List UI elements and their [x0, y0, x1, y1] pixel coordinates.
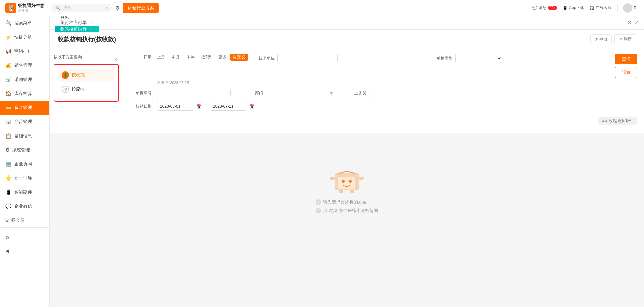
sidebar-item-smart-hw[interactable]: 📱 智能硬件 [0, 185, 49, 199]
sidebar-icon-search-menu: 🔍 [5, 20, 12, 26]
close-window-icon[interactable]: ✕ [627, 19, 632, 26]
dept-input[interactable] [266, 89, 326, 97]
tab-label-prepay: 预付冲应付单 [60, 20, 87, 26]
tab-home[interactable]: 首页 [55, 16, 99, 20]
filter-row-1: 日期 上月 本月 本年 近7天 更多 自定义 往来单位 [130, 54, 637, 78]
user-name: Rit [634, 6, 639, 10]
sidebar-item-purchase[interactable]: 🛒 采购管理 [0, 72, 49, 87]
dept-dots[interactable]: ▾ [329, 90, 334, 96]
industry-button[interactable]: 体验行业方案 [123, 3, 159, 13]
message-action[interactable]: 💬 消息 99+ [532, 5, 557, 11]
tip-num-2: 2 [316, 208, 321, 213]
sidebar-item-basic-info[interactable]: 📋 基础信息 [0, 129, 49, 143]
sidebar-item-quick-nav[interactable]: ⚡ 快捷导航 [0, 30, 49, 44]
sidebar-item-marketing[interactable]: 📢 营销推广 [0, 44, 49, 58]
dept-label: 部门 [241, 90, 263, 96]
collapse-more-area: ∧∧ 收起更多条件 [130, 115, 637, 129]
filter-row-2: 单据编号 部门 ▾ 业务员 ··· [130, 89, 637, 97]
empty-area: 1 请先选择要分析的方案 2 用[过滤]条件来缩小分析范围 [50, 133, 644, 241]
filter-by-receivable[interactable]: ⏱ 按应收 [58, 83, 114, 96]
counterparty-input[interactable] [277, 54, 338, 62]
sidebar-collapse[interactable]: ◀ [0, 244, 49, 257]
message-label: 消息 [539, 5, 547, 11]
sidebar-icon-cooperation: 🏢 [5, 161, 12, 167]
filter-by-receipt[interactable]: 💲 按收款 [58, 69, 114, 82]
top-bar-left: 🐰 畅捷通好生意 标准版 🔍 搜索 ▾ ⚙ 体验行业方案 [5, 3, 159, 13]
expand-window-icon[interactable]: ⤢ [634, 19, 639, 26]
online-service-action[interactable]: 🎧 在线客服 [589, 5, 612, 11]
search-placeholder: 搜索 [63, 5, 71, 11]
calendar-end-icon[interactable]: 📅 [249, 104, 255, 109]
tab-label-home: 首页 [60, 16, 69, 20]
filter-sidebar: 按以下方案查询 » 💲 按收款 ⏱ 按应收 [50, 49, 123, 133]
empty-tip-2: 2 用[过滤]条件来缩小分析范围 [316, 208, 378, 214]
date-tab-custom[interactable]: 自定义 [230, 54, 248, 61]
date-tab-more[interactable]: 更多 [216, 54, 229, 61]
sidebar-label-guide: 新手引导 [14, 175, 32, 181]
sidebar-label-purchase: 采购管理 [14, 76, 32, 83]
settings-button[interactable]: 设置 [615, 67, 637, 78]
sidebar-icon-smart-hw: 📱 [5, 189, 12, 195]
tab-collection[interactable]: 收款核销执行✕ [55, 26, 99, 32]
staff-label: 业务员 [345, 90, 366, 96]
sidebar-settings[interactable]: ⚙ [0, 231, 49, 244]
filter-by-receivable-label: 按应收 [72, 86, 85, 92]
sidebar-label-member: 畅会员 [11, 217, 24, 223]
export-button[interactable]: ↗ 导出 [590, 34, 612, 44]
tab-close-collection[interactable]: ✕ [89, 26, 93, 32]
sidebar-icon-basic-info: 📋 [5, 133, 12, 139]
voucher-type-select[interactable] [455, 54, 502, 63]
app-icon: 📱 [562, 6, 568, 10]
query-button[interactable]: 查询 [615, 54, 637, 64]
svg-rect-1 [338, 177, 355, 189]
search-bar[interactable]: 🔍 搜索 ▾ [51, 4, 112, 12]
date-label: 日期 [130, 54, 152, 60]
refresh-button[interactable]: ↻ 刷新 [614, 34, 636, 44]
collapse-more-btn[interactable]: ∧∧ 收起更多条件 [598, 117, 637, 125]
sidebar-label-enterprise-wx: 企业微信 [14, 203, 32, 209]
date-tab-7days[interactable]: 近7天 [199, 54, 214, 61]
page-content: 收款核销执行(按收款) ↗ 导出 ↻ 刷新 按以下方 [50, 30, 644, 307]
sidebar-item-guide[interactable]: 🌟 新手引导 [0, 171, 49, 185]
sidebar-item-sales[interactable]: 💰 销售管理 [0, 58, 49, 72]
staff-dots[interactable]: ··· [432, 90, 439, 96]
sidebar-label-business: 经营管理 [14, 119, 32, 125]
sidebar-item-business[interactable]: 📊 经营管理 [0, 115, 49, 129]
date-tab-this-year[interactable]: 本年 [184, 54, 197, 61]
tab-close-prepay[interactable]: ✕ [89, 20, 93, 26]
filter-sidebar-collapse[interactable]: » [113, 56, 119, 63]
receipt-icon: 💲 [62, 71, 69, 79]
message-icon: 💬 [532, 6, 537, 10]
sidebar-item-member[interactable]: V 畅会员 [0, 213, 49, 227]
sidebar-item-search-menu[interactable]: 🔍 搜索菜单 [0, 16, 49, 30]
gear-button[interactable]: ⚙ [115, 5, 120, 11]
date-tab-last-month[interactable]: 上月 [154, 54, 168, 61]
sidebar-item-system[interactable]: ⚙ 系统管理 [0, 143, 49, 157]
dropdown-icon: ▾ [106, 6, 108, 10]
export-icon: ↗ [595, 37, 598, 42]
voucher-no-input[interactable] [157, 89, 231, 97]
sidebar-item-enterprise-wx[interactable]: 💬 企业微信 [0, 199, 49, 213]
app-download-action[interactable]: 📱 App下载 [562, 5, 584, 11]
counterparty-dots[interactable]: ··· [340, 55, 347, 61]
sidebar-item-finance[interactable]: 💳 资金管理 [0, 101, 49, 115]
verify-date-end[interactable] [210, 102, 247, 111]
btn-area: 查询 设置 [615, 54, 637, 78]
sidebar-icon-marketing: 📢 [5, 48, 12, 54]
user-area[interactable]: Rit [623, 3, 639, 13]
svg-rect-6 [339, 190, 343, 193]
sidebar-item-cooperation[interactable]: 🏢 企业协同 [0, 157, 49, 171]
tab-bar: 首页预付冲应付单✕收款核销执行✕ ✕ ⤢ [50, 16, 644, 30]
staff-input[interactable] [369, 89, 429, 97]
date-tab-this-month[interactable]: 本月 [169, 54, 182, 61]
verify-date-start[interactable] [157, 102, 194, 111]
top-bar-actions: 💬 消息 99+ 📱 App下载 🎧 在线客服 Rit [532, 3, 639, 13]
calendar-start-icon[interactable]: 📅 [196, 104, 202, 109]
empty-tips: 1 请先选择要分析的方案 2 用[过滤]条件来缩小分析范围 [316, 199, 378, 214]
sidebar-item-inventory[interactable]: 🏠 库存核算 [0, 87, 49, 101]
date-range-text: 不限 至 2023-07-26 [157, 81, 189, 85]
date-dash: — [204, 104, 208, 109]
tab-prepay[interactable]: 预付冲应付单✕ [55, 20, 99, 26]
sidebar-label-basic-info: 基础信息 [14, 133, 32, 139]
tip-num-1: 1 [316, 199, 321, 205]
